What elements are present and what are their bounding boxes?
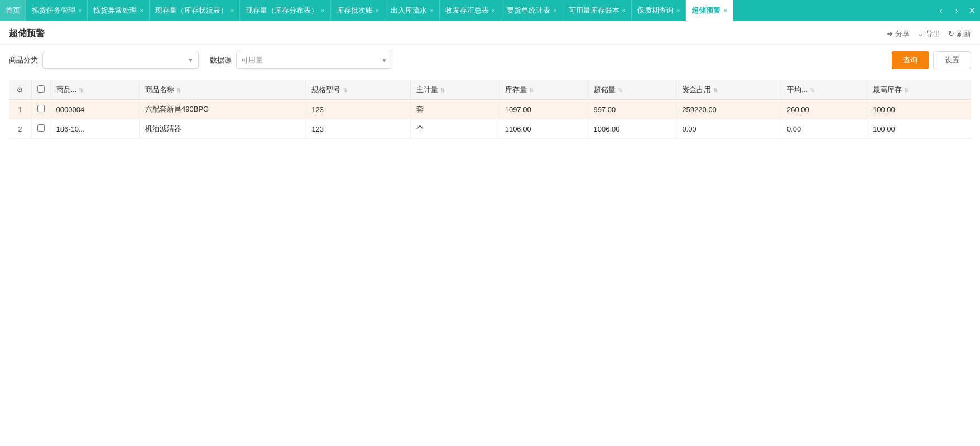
- th-unit[interactable]: 主计量 ⇅: [410, 80, 499, 100]
- th-settings: ⚙: [9, 80, 31, 100]
- th-unit-label: 主计量: [416, 85, 438, 95]
- nav-item-task-mgmt[interactable]: 拣货任务管理 ×: [26, 0, 88, 21]
- row-num-1: 1: [9, 100, 31, 119]
- row-max-stock-2: 100.00: [867, 119, 971, 139]
- nav-label-available: 可用量库存账本: [569, 6, 619, 16]
- close-icon-task-err[interactable]: ×: [140, 7, 143, 14]
- table-container: ⚙ 商品... ⇅ 商品名称 ⇅: [0, 80, 980, 139]
- header-actions: ➔ 分享 ⇓ 导出 ↻ 刷新: [887, 29, 971, 39]
- th-product-name-label: 商品名称: [145, 85, 174, 95]
- table-row: 1 0000004 六配套新昌490BPG 123 套 1097.00 997.…: [9, 100, 971, 119]
- nav-label-batch: 库存批次账: [337, 6, 373, 16]
- close-icon-stock-status[interactable]: ×: [230, 7, 234, 14]
- page-title: 超储预警: [9, 28, 45, 40]
- chevron-down-icon-category: ▼: [188, 57, 194, 64]
- row-product-name-1: 六配套新昌490BPG: [140, 100, 306, 119]
- close-icon-flow[interactable]: ×: [430, 7, 433, 14]
- sort-icon-over-stock: ⇅: [618, 87, 622, 93]
- nav-label-overstock: 超储预警: [691, 6, 720, 16]
- nav-item-order-stat[interactable]: 要货单统计表 ×: [501, 0, 563, 21]
- nav-item-expiry[interactable]: 保质期查询 ×: [632, 0, 686, 21]
- close-icon-batch[interactable]: ×: [376, 7, 379, 14]
- nav-label-task-err: 拣货异常处理: [93, 6, 137, 16]
- datasource-select[interactable]: 可用量 ▼: [236, 52, 392, 69]
- row-avg-1: 260.00: [781, 100, 867, 119]
- close-icon-overstock[interactable]: ×: [723, 7, 727, 14]
- nav-label-stock-dist: 现存量（库存分布表）: [246, 6, 318, 16]
- nav-arrows: ‹ › ✕: [933, 0, 980, 21]
- row-checkbox-2[interactable]: [31, 119, 50, 139]
- th-capital-label: 资金占用: [682, 85, 711, 95]
- th-max-stock[interactable]: 最高库存 ⇅: [867, 80, 971, 100]
- share-icon: ➔: [887, 30, 893, 38]
- row-product-code-2: 186-10...: [50, 119, 140, 139]
- nav-item-flow[interactable]: 出入库流水 ×: [385, 0, 439, 21]
- export-icon: ⇓: [917, 30, 924, 38]
- close-icon-order-stat[interactable]: ×: [553, 7, 556, 14]
- sort-icon-product-code: ⇅: [79, 87, 83, 93]
- nav-label-expiry: 保质期查询: [637, 6, 674, 16]
- settings-button[interactable]: 设置: [933, 51, 971, 69]
- close-icon-stock-dist[interactable]: ×: [321, 7, 324, 14]
- close-icon-expiry[interactable]: ×: [676, 7, 680, 14]
- row-num-2: 2: [9, 119, 31, 139]
- row-checkbox-input-2[interactable]: [37, 124, 45, 132]
- th-capital[interactable]: 资金占用 ⇅: [676, 80, 781, 100]
- th-spec-label: 规格型号: [311, 85, 340, 95]
- nav-item-batch[interactable]: 库存批次账 ×: [331, 0, 385, 21]
- th-product-name[interactable]: 商品名称 ⇅: [140, 80, 306, 100]
- th-stock[interactable]: 库存量 ⇅: [499, 80, 588, 100]
- top-nav: 首页 拣货任务管理 × 拣货异常处理 × 现存量（库存状况表） × 现存量（库存…: [0, 0, 980, 21]
- th-avg[interactable]: 平均... ⇅: [781, 80, 867, 100]
- nav-label-task-mgmt: 拣货任务管理: [32, 6, 75, 16]
- page-header: 超储预警 ➔ 分享 ⇓ 导出 ↻ 刷新: [0, 21, 980, 45]
- datasource-filter-group: 数据源 可用量 ▼: [210, 52, 392, 69]
- sort-icon-unit: ⇅: [440, 87, 445, 93]
- nav-arrow-right[interactable]: ›: [949, 0, 964, 21]
- nav-item-stock-dist[interactable]: 现存量（库存分布表） ×: [240, 0, 330, 21]
- table-row: 2 186-10... 机油滤清器 123 个 1106.00 1006.00 …: [9, 119, 971, 139]
- close-icon-task-mgmt[interactable]: ×: [78, 7, 81, 14]
- datasource-label: 数据源: [210, 55, 232, 65]
- nav-item-summary[interactable]: 收发存汇总表 ×: [440, 0, 501, 21]
- th-stock-label: 库存量: [505, 85, 527, 95]
- nav-label-flow: 出入库流水: [391, 6, 427, 16]
- export-button[interactable]: ⇓ 导出: [917, 29, 940, 39]
- table-body: 1 0000004 六配套新昌490BPG 123 套 1097.00 997.…: [9, 100, 971, 139]
- close-icon-available[interactable]: ×: [622, 7, 626, 14]
- nav-item-stock-status[interactable]: 现存量（库存状况表） ×: [150, 0, 240, 21]
- row-product-name-2: 机油滤清器: [140, 119, 306, 139]
- row-checkbox-input-1[interactable]: [37, 105, 45, 112]
- nav-item-available[interactable]: 可用量库存账本 ×: [563, 0, 632, 21]
- th-product-code[interactable]: 商品... ⇅: [50, 80, 140, 100]
- close-icon-summary[interactable]: ×: [492, 7, 495, 14]
- th-max-stock-label: 最高库存: [873, 85, 902, 95]
- select-all-checkbox[interactable]: [37, 85, 45, 93]
- nav-arrow-left[interactable]: ‹: [933, 0, 949, 21]
- nav-item-home[interactable]: 首页: [0, 0, 26, 21]
- row-spec-2: 123: [306, 119, 411, 139]
- row-spec-1: 123: [306, 100, 411, 119]
- nav-item-overstock[interactable]: 超储预警 ×: [686, 0, 733, 21]
- nav-label-order-stat: 要货单统计表: [507, 6, 550, 16]
- th-over-stock[interactable]: 超储量 ⇅: [588, 80, 676, 100]
- share-button[interactable]: ➔ 分享: [887, 29, 910, 39]
- sort-icon-stock: ⇅: [529, 87, 534, 93]
- query-button[interactable]: 查询: [892, 51, 929, 69]
- category-select[interactable]: ▼: [42, 52, 199, 69]
- row-stock-1: 1097.00: [499, 100, 588, 119]
- row-product-code-1: 0000004: [50, 100, 140, 119]
- row-capital-1: 259220.00: [676, 100, 781, 119]
- th-over-stock-label: 超储量: [594, 85, 616, 95]
- category-label: 商品分类: [9, 55, 38, 65]
- refresh-button[interactable]: ↻ 刷新: [948, 29, 971, 39]
- nav-arrow-close[interactable]: ✕: [964, 0, 980, 21]
- gear-icon[interactable]: ⚙: [16, 85, 23, 94]
- row-checkbox-1[interactable]: [31, 100, 50, 119]
- nav-item-task-err[interactable]: 拣货异常处理 ×: [88, 0, 149, 21]
- row-over-stock-2: 1006.00: [588, 119, 676, 139]
- filter-buttons: 查询 设置: [892, 51, 971, 69]
- th-spec[interactable]: 规格型号 ⇅: [306, 80, 411, 100]
- datasource-select-text: 可用量: [241, 55, 263, 65]
- row-unit-2: 个: [410, 119, 499, 139]
